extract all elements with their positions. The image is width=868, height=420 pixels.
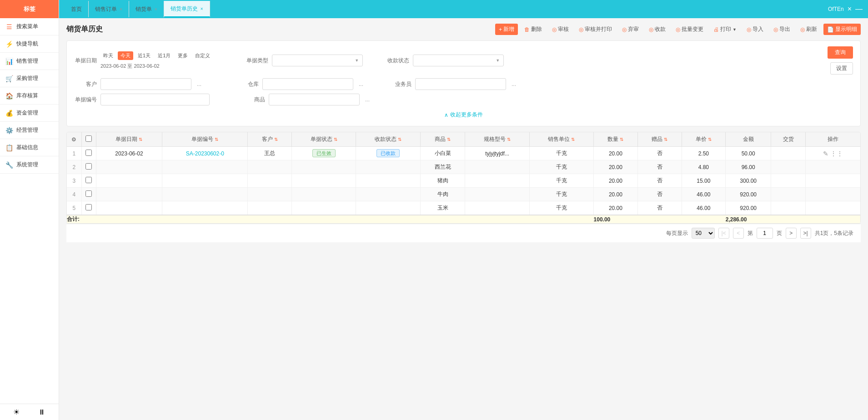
header-close-btn[interactable]: × [848,5,852,13]
summary-label: 合计: [67,215,96,223]
th-doc-status[interactable]: 单据状态 ⇅ [292,132,356,147]
customer-ellipsis[interactable]: ... [195,81,203,87]
more-action-btn[interactable]: ⋮⋮ [829,150,844,157]
salesperson-ellipsis[interactable]: ... [510,81,518,87]
select-all-checkbox[interactable] [85,135,92,142]
summary-total-quantity: 100.00 [594,215,638,223]
th-sales-unit[interactable]: 销售单位 ⇅ [529,132,593,147]
filter-customer: 客户 ... [74,78,203,90]
last7days-shortcut[interactable]: 近1天 [135,51,153,60]
show-detail-button[interactable]: 📄 显示明细 [823,24,861,35]
th-product[interactable]: 商品 ⇅ [420,132,465,147]
doc-number-input[interactable] [100,94,210,105]
row-checkbox[interactable] [85,163,92,170]
cell-gift: 否 [637,174,682,188]
cell-product: 玉米 [420,201,465,215]
th-payment-status[interactable]: 收款状态 ⇅ [356,132,420,147]
last-page-button[interactable]: >| [800,228,811,239]
more-shortcut[interactable]: 更多 [175,51,191,60]
cell-doc-status [292,188,356,201]
cell-action [806,188,860,201]
th-quantity[interactable]: 数量 ⇅ [594,132,638,147]
sidebar-item-search-menu[interactable]: ☰ 搜索菜单 [0,18,59,35]
export-button[interactable]: ◎ 导出 [770,24,794,35]
doc-type-select[interactable]: ▼ [272,55,363,66]
cell-unit-price: 2.50 [682,147,726,160]
per-page-select[interactable]: 50 100 200 [692,228,715,239]
sidebar-item-basic-info[interactable]: 📋 基础信息 [0,139,59,156]
summary-total-amount: 2,286.00 [726,215,771,223]
tab-sales-goods-history[interactable]: 销货单历史 × [164,1,210,17]
salesperson-input[interactable] [415,78,506,90]
th-product-label: 商品 [435,135,446,143]
custom-shortcut[interactable]: 自定义 [192,51,213,60]
query-button[interactable]: 查询 [828,46,853,59]
collapse-button[interactable]: ∧ 收起更多条件 [74,109,853,120]
refresh-button[interactable]: ◎ 刷新 [797,24,821,35]
set-button[interactable]: 设置 [830,62,853,75]
yesterday-shortcut[interactable]: 昨天 [100,51,116,60]
sidebar-bottom-icon2[interactable]: ⏸ [38,408,45,416]
tab-home[interactable]: 首页 [65,1,89,17]
sidebar-item-finance-mgmt[interactable]: 💰 资金管理 [0,105,59,122]
th-doc-date[interactable]: 单据日期 ⇅ [96,132,162,147]
warehouse-input[interactable] [262,78,353,90]
delete-button[interactable]: 🗑 删除 [521,24,546,35]
product-ellipsis[interactable]: ... [363,96,371,103]
tabs-container: 首页 销售订单 × 销货单 × 销货单历史 × [65,1,210,17]
th-settings[interactable]: ⚙ [67,132,81,147]
cell-action [806,174,860,188]
th-customer[interactable]: 客户 ⇅ [248,132,292,147]
page-number-input[interactable] [757,228,773,239]
cell-amount: 920.00 [726,201,771,215]
tab-close-sales-order[interactable]: × [120,7,122,12]
tab-sales-order[interactable]: 销售订单 × [89,1,129,17]
cell-unit-price: 46.00 [682,201,726,215]
doc-number-sort-icon: ⇅ [215,137,218,142]
row-checkbox[interactable] [85,177,92,183]
cell-doc-status [292,160,356,174]
product-input[interactable] [269,94,360,105]
payment-status-select[interactable]: ▼ [413,55,504,66]
import-button[interactable]: ◎ 导入 [743,24,767,35]
tab-close-sales-goods[interactable]: × [155,7,157,12]
audit-button[interactable]: ◎ 审核 [548,24,572,35]
audit-print-button[interactable]: ◎ 审核并打印 [575,24,616,35]
cell-spec-model [465,188,529,201]
payment-status-sort-icon: ⇅ [398,137,401,142]
sidebar-item-system-mgmt[interactable]: 🔧 系统管理 [0,156,59,174]
th-gift[interactable]: 赠品 ⇅ [637,132,682,147]
discard-button[interactable]: ◎ 弃审 [618,24,642,35]
sidebar-item-operation-mgmt[interactable]: ⚙️ 经营管理 [0,122,59,139]
sidebar-item-inventory-calc[interactable]: 🏠 库存核算 [0,87,59,105]
row-checkbox[interactable] [85,204,92,210]
th-doc-number[interactable]: 单据编号 ⇅ [162,132,248,147]
sidebar-item-sales-mgmt[interactable]: 📊 销售管理 [0,53,59,70]
batch-change-button[interactable]: ◎ 批量变更 [672,24,707,35]
th-spec-model[interactable]: 规格型号 ⇅ [465,132,529,147]
sidebar-bottom-icon1[interactable]: ☀ [13,408,20,416]
edit-action-btn[interactable]: ✎ [822,150,829,157]
receive-button[interactable]: ◎ 收款 [645,24,669,35]
warehouse-ellipsis[interactable]: ... [357,81,365,87]
new-button[interactable]: + 新增 [495,24,518,35]
print-button[interactable]: 🖨 打印 ▼ [710,24,740,35]
first-page-button[interactable]: |< [718,228,729,239]
sidebar-item-purchase-mgmt[interactable]: 🛒 采购管理 [0,70,59,87]
today-shortcut[interactable]: 今天 [118,51,133,60]
sidebar-item-quick-nav[interactable]: ⚡ 快捷导航 [0,35,59,53]
row-checkbox[interactable] [85,150,92,156]
prev-page-button[interactable]: < [733,228,744,239]
next-page-button[interactable]: > [786,228,797,239]
customer-input[interactable] [100,78,191,90]
sidebar-item-label: 采购管理 [16,75,38,82]
header-minimize-btn[interactable]: — [855,5,863,13]
last1month-shortcut[interactable]: 近1月 [155,51,173,60]
cell-payment-status [356,174,420,188]
th-unit-price[interactable]: 单价 ⇅ [682,132,726,147]
doc-number-link[interactable]: SA-20230602-0 [186,150,224,157]
tab-close-history[interactable]: × [201,6,203,11]
tab-sales-goods[interactable]: 销货单 × [129,1,164,17]
cell-amount: 96.00 [726,160,771,174]
row-checkbox[interactable] [85,190,92,197]
